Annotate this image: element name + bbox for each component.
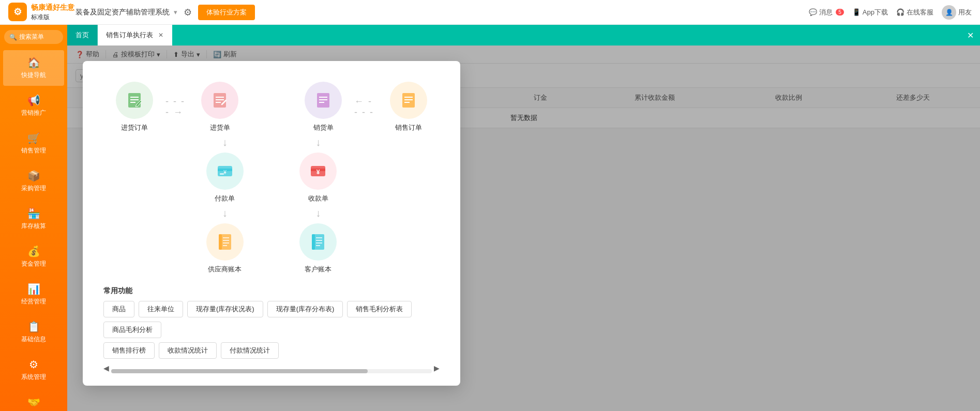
sidebar-label-quick-nav: 快捷导航 [21,71,46,80]
tab-home[interactable]: 首页 [67,25,98,45]
sidebar-item-enterprise[interactable]: 🤝 企业协同 [3,390,64,411]
arrow-down-sales: ↓ [290,136,346,148]
basic-info-icon: 📋 [27,321,40,333]
purchase-bill-circle [201,82,238,119]
experience-btn[interactable]: 体验行业方案 [198,5,255,20]
online-service-action[interactable]: 🎧 在线客服 [896,8,933,17]
func-buttons-row2: 销售排行榜 收款情况统计 付款情况统计 [103,342,440,359]
sales-bill-label: 销货单 [313,123,334,132]
node-purchase-order[interactable]: 进货订单 [103,78,165,136]
sidebar-label-sales: 销售管理 [21,146,46,155]
func-buttons-row1: 商品 往来单位 现存量(库存状况表) 现存量(库存分布表) 销售毛利分析表 商品… [103,301,440,338]
settings-icon[interactable]: ⚙ [184,7,192,18]
system-dropdown-icon[interactable]: ▾ [174,8,177,16]
sidebar-item-inventory[interactable]: 🏪 库存核算 [3,201,64,237]
scroll-right-icon[interactable]: ▶ [434,364,440,372]
node-sales-bill[interactable]: 销货单 [292,78,354,136]
common-func-title: 常用功能 [103,286,440,296]
modal-scrollbar-row: ◀ ▶ [103,363,440,373]
func-btn-stock-dist[interactable]: 现存量(库存分布表) [267,301,343,317]
home-tab-label: 首页 [76,31,89,40]
sidebar-label-system: 系统管理 [21,373,46,382]
arrow-down-receipt: ↓ [290,207,346,219]
svg-text:¥: ¥ [223,170,227,175]
func-btn-sales-ranking[interactable]: 销售排行榜 [103,342,155,359]
sidebar-item-marketing[interactable]: 📢 营销推广 [3,88,64,124]
sidebar-label-marketing: 营销推广 [21,109,46,117]
sales-bill-circle [305,82,342,119]
func-btn-stock-status[interactable]: 现存量(库存状况表) [187,301,263,317]
func-btn-sales-profit[interactable]: 销售毛利分析表 [347,301,412,317]
finance-icon: 💰 [27,245,40,257]
func-btn-payment-stat[interactable]: 付款情况统计 [221,342,279,359]
logo-sub: 标准版 [31,13,74,22]
payment-bill-circle: ¥ [206,153,244,190]
customer-ledger-icon [309,233,327,251]
receipt-bill-circle: ¥ [299,153,337,190]
customer-ledger-circle [299,223,337,261]
flow-row-arrows: ↓ ↓ [103,136,440,148]
tab-close-all-icon[interactable]: ✕ [967,31,974,40]
avatar: 👤 [942,5,956,20]
logo-icon: ⚙ [8,3,27,21]
sidebar-item-purchase[interactable]: 📦 采购管理 [3,163,64,199]
payment-bill-icon: ¥ [216,162,234,180]
node-sales-order[interactable]: 销售订单 [378,78,440,136]
sidebar-label-purchase: 采购管理 [21,184,46,193]
app-download-action[interactable]: 📱 App下载 [852,8,888,17]
search-menu-btn[interactable]: 🔍 搜索菜单 [4,30,63,44]
sidebar-item-finance[interactable]: 💰 资金管理 [3,239,64,275]
func-btn-goods-profit[interactable]: 商品毛利分析 [103,322,161,338]
receipt-bill-label: 收款单 [308,194,328,203]
arrow-down-payment: ↓ [197,207,253,219]
topbar: ⚙ 畅康通好生意 标准版 装备及固定资产辅助管理系统 ▾ ⚙ 体验行业方案 💬 … [0,0,980,25]
modal-overlay: 进货订单 - - - - → [67,45,980,411]
supplier-ledger-circle [206,223,244,261]
sidebar-label-operations: 经营管理 [21,297,46,306]
service-icon: 🎧 [896,8,904,16]
sidebar-item-basic-info[interactable]: 📋 基础信息 [3,314,64,350]
func-btn-goods[interactable]: 商品 [103,301,134,317]
purchase-order-label: 进货订单 [121,123,148,132]
modal-scrollbar[interactable] [111,369,432,373]
sidebar-search[interactable]: 🔍 搜索菜单 [0,25,67,49]
sidebar-item-quick-nav[interactable]: 🏠 快捷导航 [3,50,64,86]
node-payment-bill[interactable]: ¥ 付款单 [197,148,253,207]
system-name: 装备及固定资产辅助管理系统 [76,8,170,17]
flow-row-arrows-2: ↓ ↓ [103,207,440,219]
logo-main: 畅康通好生意 [31,3,74,13]
sales-bill-icon [314,91,333,110]
online-service-label: 在线客服 [907,8,933,17]
node-receipt-bill[interactable]: ¥ 收款单 [290,148,346,207]
arrow-purchase-order-to-bill: - - - - → [165,96,189,118]
flow-row-1: 进货订单 - - - - → [103,78,440,136]
sidebar-label-finance: 资金管理 [21,260,46,268]
sidebar-item-system[interactable]: ⚙ 系统管理 [3,352,64,388]
scroll-left-icon[interactable]: ◀ [103,364,109,372]
node-supplier-ledger[interactable]: 供应商账本 [197,219,253,278]
purchase-bill-label: 进货单 [210,123,230,132]
message-action[interactable]: 💬 消息 5 [809,8,844,17]
tab-bar-end: ✕ [967,31,980,40]
func-btn-receipt-stat[interactable]: 收款情况统计 [159,342,217,359]
node-customer-ledger[interactable]: 客户账本 [290,219,346,278]
node-purchase-bill[interactable]: 进货单 [189,78,251,136]
sidebar-item-sales[interactable]: 🛒 销售管理 [3,126,64,161]
system-icon: ⚙ [29,358,38,371]
content-area: 首页 销售订单执行表 ✕ ✕ ❓ 帮助 [67,25,980,411]
sidebar-item-operations[interactable]: 📊 经营管理 [3,277,64,312]
inventory-icon: 🏪 [27,207,40,220]
common-functions: 常用功能 商品 往来单位 现存量(库存状况表) 现存量(库存分布表) 销售毛利分… [103,286,440,359]
flow-row-2: ¥ 付款单 [103,148,440,207]
message-badge: 5 [836,9,844,16]
tab-close-icon[interactable]: ✕ [158,32,163,39]
user-name: 用友 [958,8,972,17]
tab-sales-order-exec[interactable]: 销售订单执行表 ✕ [98,25,172,45]
svg-rect-30 [312,234,315,250]
sidebar: 🔍 搜索菜单 🏠 快捷导航 📢 营销推广 🛒 销售管理 📦 采购管理 [0,25,67,411]
purchase-bill-icon [210,91,229,110]
user-action[interactable]: 👤 用友 [942,5,972,20]
func-btn-partner[interactable]: 往来单位 [139,301,183,317]
supplier-ledger-label: 供应商账本 [208,265,242,274]
system-area: 装备及固定资产辅助管理系统 ▾ ⚙ 体验行业方案 [76,5,809,20]
